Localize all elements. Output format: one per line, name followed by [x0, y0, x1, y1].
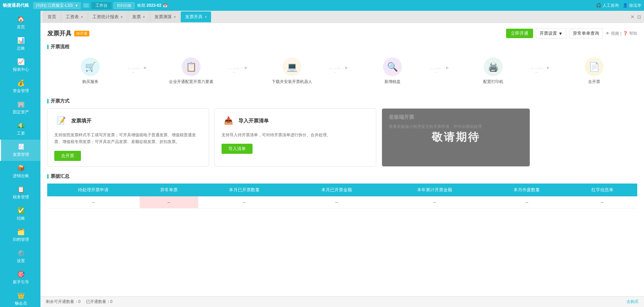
tab-salary-report[interactable]: 工资统计报表× — [88, 11, 127, 22]
sidebar-item-member[interactable]: 👑畅会员 — [0, 288, 40, 307]
sidebar-label-home: 首页 — [17, 24, 25, 30]
funds-icon: 💰 — [17, 79, 25, 87]
tab-label-home: 首页 — [48, 14, 56, 20]
workflow-step-printer[interactable]: 🖨️ 配置打印机 — [450, 57, 536, 85]
sidebar-item-archive[interactable]: 🗂️归档管理 — [0, 225, 40, 246]
sidebar-label-funds: 资金管理 — [13, 88, 29, 94]
sidebar-item-salary[interactable]: 💵工资 — [0, 118, 40, 140]
page-header: 发票开具 待开通 立即开通 开票设置 ▼ 异常单单查询 👁 视频 | ❓ 帮助 — [47, 28, 637, 38]
tab-label-invoice-open: 发票开具 — [185, 14, 203, 20]
manual-card-header: 📝 发票填开 — [54, 114, 202, 128]
salary-icon: 💵 — [17, 122, 25, 129]
billing-section-title: 开票方式 — [47, 98, 637, 104]
view-stats-label: 视频 — [611, 31, 619, 36]
workflow-step-issue[interactable]: 📄 去开票 — [551, 57, 637, 85]
buy-link[interactable]: 去购买 — [626, 299, 639, 305]
workspace-button[interactable]: 工作台 — [91, 2, 112, 9]
sidebar-label-salary: 工资 — [17, 131, 25, 136]
tab-salary[interactable]: 工资表× — [61, 11, 87, 22]
close-all-tabs-icon[interactable]: ✕ — [631, 14, 635, 20]
workflow-step-download[interactable]: 💻 下载并安装开票机器人 — [249, 57, 335, 85]
company-name: (勾到) 江西服宝-LSS — [36, 3, 73, 8]
tab-close-invoice-open[interactable]: × — [205, 15, 207, 19]
tab-home[interactable]: 首页 — [43, 11, 61, 22]
summary-header: 异常单票 — [140, 184, 198, 196]
workflow-section-title: 开票流程 — [47, 44, 637, 50]
billing-methods-section: 开票方式 📝 发票填开 支持按照发票样式手工填写开发票；可开具增值税电子普通发票… — [47, 98, 637, 167]
old-billing-card: 老板端开票 查看老板端小程序提交的开票申请，并作出相应处理 敬请期待 — [382, 108, 530, 167]
import-billing-icon: 📥 — [222, 114, 235, 128]
add-tax-icon-wrap: 🔍 — [383, 57, 402, 76]
sidebar-item-reports[interactable]: 📈报表中心 — [0, 55, 40, 76]
sidebar-label-purchase: 进销台账 — [13, 173, 29, 179]
workflow-steps: 🛒 购买服务 - - - - ▶ 📋 企业开通配置开票六要素 - - - - ▶… — [47, 54, 637, 91]
download-icon: 💻 — [287, 62, 297, 72]
user-avatar[interactable]: 👤 徐泓华 — [623, 3, 641, 8]
printer-icon-wrap: 🖨️ — [484, 57, 503, 76]
summary-header: 红字信息单 — [567, 184, 637, 196]
sidebar-label-member: 畅会员 — [15, 301, 27, 306]
edit-period-icon[interactable]: 📅 — [163, 3, 168, 8]
user-name: 徐泓华 — [629, 3, 641, 8]
workflow-step-config[interactable]: 📋 企业开通配置开票六要素 — [148, 57, 234, 85]
period-label: 账期 — [137, 3, 145, 8]
open-now-button[interactable]: 立即开通 — [506, 29, 533, 38]
copy-button[interactable]: □ — [83, 3, 89, 8]
workflow-step-buy-service[interactable]: 🛒 购买服务 — [47, 57, 134, 85]
tab-invoice[interactable]: 发票× — [128, 11, 149, 22]
sidebar-label-invoice-mgmt: 发票管理 — [13, 152, 29, 158]
summary-header: 本年累计开票金额 — [383, 184, 486, 196]
buy-service-icon: 🛒 — [85, 62, 96, 72]
company-selector[interactable]: (勾到) 江西服宝-LSS ▼ — [33, 2, 81, 9]
tab-close-salary-report[interactable]: × — [121, 15, 123, 19]
sidebar-item-settings[interactable]: ⚙️设置 — [0, 246, 40, 267]
sidebar-label-settings: 设置 — [17, 258, 25, 264]
invoice-mgmt-icon: 🧾 — [17, 143, 25, 150]
restore-tab-icon[interactable]: ⊡ — [637, 14, 641, 20]
tab-close-invoice-calc[interactable]: × — [174, 15, 176, 19]
issue-icon-wrap: 📄 — [585, 57, 604, 76]
manual-billing-desc: 支持按照发票样式手工填写开发票；可开具增值税电子普通发票、增值税普通发票、增值税… — [54, 132, 202, 145]
sidebar-label-ledger: 总账 — [17, 46, 25, 51]
member-icon: 👑 — [17, 292, 25, 299]
buy-service-icon-wrap: 🛒 — [81, 57, 100, 76]
sidebar-item-billing[interactable]: ✅结账 — [0, 203, 40, 225]
tab-label-invoice-calc: 发票测算 — [154, 14, 172, 20]
page-title: 发票开具 — [47, 29, 71, 37]
settings-button[interactable]: 开票设置 ▼ — [536, 28, 566, 38]
chevron-down-icon: ▼ — [558, 31, 563, 36]
header-actions: 立即开通 开票设置 ▼ 异常单单查询 👁 视频 | ❓ 帮助 — [506, 28, 637, 38]
tab-label-invoice: 发票 — [132, 14, 141, 20]
billing-methods: 📝 发票填开 支持按照发票样式手工填写开发票；可开具增值税电子普通发票、增值税普… — [47, 108, 637, 167]
abnormal-query-button[interactable]: 异常单单查询 — [569, 28, 603, 38]
sidebar-item-purchase[interactable]: 📦进销台账 — [0, 161, 40, 182]
summary-cell-1: -- — [140, 196, 198, 208]
sidebar-item-invoice-mgmt[interactable]: 🧾发票管理 — [0, 140, 40, 161]
issue-label: 去开票 — [588, 79, 600, 85]
tab-invoice-calc[interactable]: 发票测算× — [150, 11, 180, 22]
manual-billing-card: 📝 发票填开 支持按照发票样式手工填写开发票；可开具增值税电子普通发票、增值税普… — [47, 108, 209, 167]
summary-header: 待处理开票申请 — [47, 184, 140, 196]
tab-close-salary[interactable]: × — [81, 15, 83, 19]
download-icon-wrap: 💻 — [283, 57, 301, 76]
import-list-button[interactable]: 导入清单 — [222, 144, 253, 154]
sidebar-item-assets[interactable]: 🏢固定资产 — [0, 97, 40, 118]
headset-icon: 🎧 — [596, 3, 601, 8]
sidebar-item-guide[interactable]: 🎯新手引导 — [0, 267, 40, 288]
tab-invoice-open[interactable]: 发票开具× — [181, 11, 211, 22]
old-version-button[interactable]: 切到旧版 — [114, 2, 135, 9]
sidebar-item-ledger[interactable]: 📊总账 — [0, 33, 40, 55]
download-label: 下载并安装开票机器人 — [272, 79, 312, 85]
workflow-step-add-tax[interactable]: 🔍 新增税盘 — [349, 57, 436, 85]
sidebar-item-home[interactable]: 🏠首页 — [0, 12, 40, 33]
summary-table: 待处理开票申请异常单票本月已开票数量本月已开票金额本年累计开票金额本月作废数量红… — [47, 184, 637, 208]
customer-service[interactable]: 🎧 人工咨询 — [596, 3, 619, 8]
period-section: 账期 2023-02 📅 — [137, 3, 168, 8]
tab-bar-actions: ✕ ⊡ — [631, 14, 641, 20]
sidebar-item-funds[interactable]: 💰资金管理 — [0, 76, 40, 97]
add-tax-label: 新增税盘 — [384, 79, 401, 85]
sidebar-item-tax[interactable]: 📋税务管理 — [0, 182, 40, 203]
go-issue-button[interactable]: 去开票 — [54, 151, 81, 161]
summary-cell-5: -- — [486, 196, 567, 208]
tab-close-invoice[interactable]: × — [143, 15, 145, 19]
